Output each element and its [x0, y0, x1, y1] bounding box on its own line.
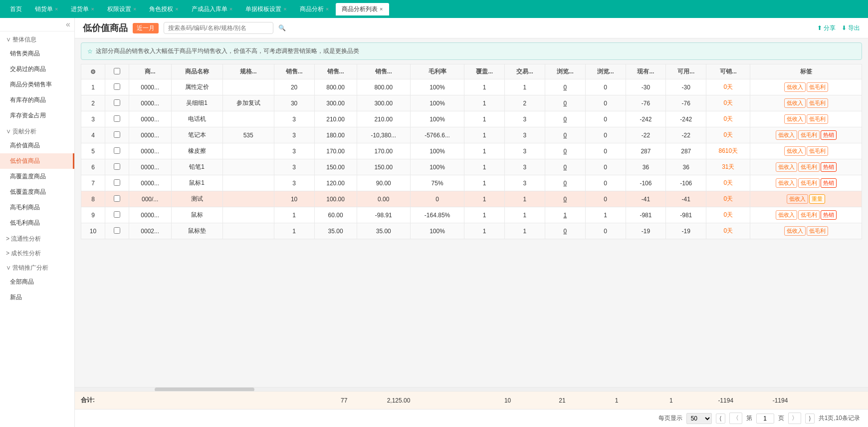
share-btn[interactable]: ⬆ 分享 — [817, 24, 836, 32]
row-select-checkbox[interactable] — [114, 179, 120, 186]
row-browse1[interactable]: 0 — [545, 95, 585, 111]
sidebar-item-high-coverage[interactable]: 高覆盖度商品 — [0, 169, 74, 184]
footer-browse1-total: 1 — [590, 397, 644, 404]
browse1-value[interactable]: 0 — [563, 116, 567, 123]
row-s2: 60.00 — [314, 207, 357, 223]
sidebar-item-low-value[interactable]: 低价值商品 — [0, 153, 74, 169]
nav-template-close[interactable]: × — [283, 6, 286, 12]
browse1-value[interactable]: 0 — [563, 100, 567, 107]
row-select-checkbox[interactable] — [114, 115, 120, 122]
row-s3: 800.00 — [357, 79, 410, 95]
browse1-value[interactable]: 0 — [563, 84, 567, 91]
col-settings[interactable]: ⚙ — [81, 64, 105, 79]
row-browse1[interactable]: 0 — [545, 191, 585, 207]
sidebar-item-category-rate[interactable]: 商品分类销售率 — [0, 77, 74, 92]
row-browse1[interactable]: 0 — [545, 175, 585, 191]
horizontal-scrollbar[interactable] — [75, 387, 868, 391]
sidebar-item-stock-capital[interactable]: 库存资金占用 — [0, 108, 74, 123]
row-select-checkbox[interactable] — [114, 131, 120, 138]
nav-product-list-close[interactable]: × — [380, 6, 383, 12]
row-checkbox[interactable] — [105, 143, 129, 159]
tag-label: 热销 — [821, 130, 837, 140]
row-browse1[interactable]: 0 — [545, 223, 585, 239]
sidebar-item-all-products[interactable]: 全部商品 — [0, 274, 74, 290]
export-btn[interactable]: ⬇ 导出 — [842, 24, 860, 32]
row-browse1[interactable]: 0 — [545, 127, 585, 143]
page-next-btn[interactable]: 〉 — [788, 413, 801, 424]
page-first-btn[interactable]: ⟨ — [716, 414, 725, 424]
select-all-checkbox[interactable] — [114, 68, 120, 74]
row-checkbox[interactable] — [105, 111, 129, 127]
sidebar-group-circulation[interactable]: > 流通性分析 — [0, 231, 74, 245]
tag-label: 低收入 — [784, 98, 806, 108]
row-days: 0天 — [706, 191, 750, 207]
page-prev-btn[interactable]: 〈 — [729, 413, 742, 424]
row-checkbox[interactable] — [105, 207, 129, 223]
browse1-value[interactable]: 0 — [563, 228, 567, 235]
browse1-value[interactable]: 0 — [563, 132, 567, 139]
tag-label: 低毛利 — [807, 82, 828, 92]
row-select-checkbox[interactable] — [114, 99, 120, 106]
sidebar-item-high-value[interactable]: 高价值商品 — [0, 138, 74, 153]
row-browse1[interactable]: 0 — [545, 79, 585, 95]
row-browse1[interactable]: 0 — [545, 143, 585, 159]
row-select-checkbox[interactable] — [114, 163, 120, 170]
browse1-value[interactable]: 0 — [563, 196, 567, 203]
sidebar-item-low-margin[interactable]: 低毛利商品 — [0, 215, 74, 231]
nav-product-analysis[interactable]: 商品分析 × — [294, 3, 335, 15]
sidebar-item-traded-products[interactable]: 交易过的商品 — [0, 61, 74, 77]
row-select-checkbox[interactable] — [114, 83, 120, 90]
nav-purchase[interactable]: 进货单 × — [65, 3, 100, 15]
row-select-checkbox[interactable] — [114, 227, 120, 234]
search-input[interactable] — [164, 22, 273, 34]
col-name: 商品名称 — [171, 64, 222, 79]
per-page-select[interactable]: 50 100 200 — [686, 413, 712, 424]
row-browse1[interactable]: 1 — [545, 207, 585, 223]
sidebar-item-low-coverage[interactable]: 低覆盖度商品 — [0, 184, 74, 200]
sidebar-collapse-btn[interactable]: « — [0, 18, 74, 31]
row-checkbox[interactable] — [105, 223, 129, 239]
row-checkbox[interactable] — [105, 95, 129, 111]
sidebar-item-stock-products[interactable]: 有库存的商品 — [0, 92, 74, 108]
browse1-value[interactable]: 1 — [563, 212, 567, 219]
search-icon[interactable]: 🔍 — [278, 24, 286, 31]
row-cover: 1 — [464, 207, 505, 223]
days-value: 0天 — [723, 211, 733, 218]
row-checkbox[interactable] — [105, 79, 129, 95]
row-checkbox[interactable] — [105, 191, 129, 207]
nav-product-analysis-close[interactable]: × — [326, 6, 329, 12]
row-checkbox[interactable] — [105, 159, 129, 175]
row-checkbox[interactable] — [105, 127, 129, 143]
page-last-btn[interactable]: ⟩ — [805, 414, 815, 424]
nav-sales-close[interactable]: × — [55, 6, 58, 12]
browse1-value[interactable]: 0 — [563, 164, 567, 171]
nav-role-close[interactable]: × — [175, 6, 178, 12]
row-select-checkbox[interactable] — [114, 147, 120, 154]
row-browse1[interactable]: 0 — [545, 111, 585, 127]
row-browse1[interactable]: 0 — [545, 159, 585, 175]
nav-product-instock-close[interactable]: × — [229, 6, 232, 12]
nav-permission-close[interactable]: × — [133, 6, 136, 12]
row-checkbox[interactable] — [105, 175, 129, 191]
nav-permission[interactable]: 权限设置 × — [101, 3, 142, 15]
sidebar-group-growth[interactable]: > 成长性分析 — [0, 245, 74, 260]
nav-sales[interactable]: 销货单 × — [29, 3, 64, 15]
footer-empty1 — [99, 397, 153, 404]
nav-home[interactable]: 首页 — [4, 3, 28, 15]
page-input[interactable] — [756, 414, 774, 424]
row-no: 5 — [81, 143, 105, 159]
nav-product-list[interactable]: 商品分析列表 × — [336, 3, 389, 15]
time-tag-btn[interactable]: 近一月 — [133, 23, 159, 33]
row-select-checkbox[interactable] — [114, 211, 120, 218]
sidebar-item-new-products[interactable]: 新品 — [0, 290, 74, 305]
nav-purchase-close[interactable]: × — [91, 6, 94, 12]
row-browse2: 0 — [585, 143, 626, 159]
row-select-checkbox[interactable] — [114, 195, 120, 202]
nav-product-instock[interactable]: 产成品入库单 × — [186, 3, 238, 15]
nav-template[interactable]: 单据模板设置 × — [239, 3, 292, 15]
sidebar-item-high-margin[interactable]: 高毛利商品 — [0, 200, 74, 215]
sidebar-item-sales-products[interactable]: 销售类商品 — [0, 46, 74, 61]
nav-role[interactable]: 角色授权 × — [143, 3, 184, 15]
browse1-value[interactable]: 0 — [563, 180, 567, 187]
browse1-value[interactable]: 0 — [563, 148, 567, 155]
